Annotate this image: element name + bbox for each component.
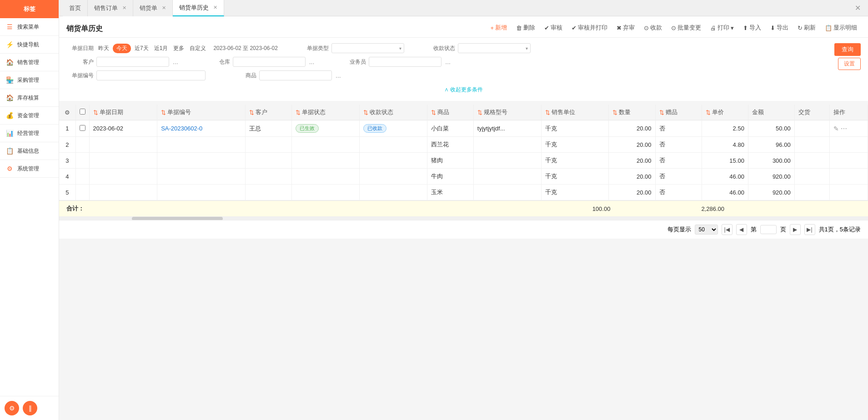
new-button[interactable]: + 新增	[487, 22, 511, 34]
next-page-button[interactable]: ▶	[790, 224, 801, 235]
sidebar-item-purchase[interactable]: 🏪 采购管理	[0, 71, 59, 89]
sidebar-collapse-button[interactable]: ‖	[23, 401, 37, 415]
discard-icon: ✖	[617, 25, 622, 31]
date-btn-today[interactable]: 今天	[113, 44, 131, 53]
gift-cell: 否	[655, 153, 702, 169]
date-btn-1month[interactable]: 近1月	[152, 44, 170, 53]
salesperson-dots[interactable]: ...	[444, 58, 452, 65]
footer-label: 合计：	[66, 205, 94, 213]
doc-date-cell	[89, 153, 157, 169]
transaction-cell	[794, 153, 829, 169]
th-unit-price[interactable]: ⇅单价	[702, 105, 748, 120]
pagination: 每页显示 50 100 |◀ ◀ 第 1 页 ▶ ▶| 共1页，5条记录	[59, 220, 868, 239]
th-payment-status[interactable]: ⇅收款状态	[359, 105, 427, 120]
th-settings[interactable]: ⚙	[59, 105, 75, 120]
sidebar: 标签 ☰ 搜索菜单 ⚡ 快捷导航 🏠 销售管理 🏪 采购管理 🏠 库存核算 💰 …	[0, 0, 59, 420]
collect-button[interactable]: ⊙ 收款	[640, 22, 666, 34]
operations-icon: 📊	[5, 129, 14, 137]
show-detail-button[interactable]: 📋 显示明细	[821, 22, 861, 34]
th-quantity[interactable]: ⇅数量	[609, 105, 655, 120]
first-page-button[interactable]: |◀	[722, 224, 733, 235]
date-btn-yesterday[interactable]: 昨天	[96, 44, 111, 53]
discard-button[interactable]: ✖ 弃审	[613, 22, 638, 34]
sidebar-item-operations[interactable]: 📊 经营管理	[0, 125, 59, 142]
close-sales-delivery-icon[interactable]: ✕	[162, 5, 166, 11]
sort-icon: ⇅	[706, 109, 711, 116]
horizontal-scrollbar[interactable]	[59, 216, 868, 220]
import-button[interactable]: ⬆ 导入	[739, 22, 765, 34]
action-cell	[829, 185, 868, 200]
doc-no-input[interactable]	[96, 70, 206, 80]
doc-no-link[interactable]: SA-20230602-0	[161, 125, 202, 132]
delete-button[interactable]: 🗑 删除	[512, 22, 539, 34]
customer-filter: 客户 ...	[66, 57, 179, 67]
review-print-icon: ✔	[572, 25, 577, 31]
edit-icon[interactable]: ✎	[833, 125, 839, 132]
print-button[interactable]: 🖨 打印 ▾	[707, 22, 738, 34]
prev-page-button[interactable]: ◀	[736, 224, 747, 235]
salesperson-input[interactable]	[369, 57, 442, 67]
date-btn-7days[interactable]: 近7天	[133, 44, 151, 53]
per-page-select[interactable]: 50 100	[695, 225, 718, 235]
header-row: 销货单历史 + 新增 🗑 删除 ✔ 审核 ✔ 审核并打印	[59, 16, 868, 37]
page-number-input[interactable]: 1	[760, 225, 777, 234]
select-all-checkbox[interactable]	[80, 109, 85, 115]
warehouse-dots[interactable]: ...	[308, 58, 316, 65]
payment-status-select[interactable]	[458, 43, 531, 53]
th-checkbox[interactable]	[75, 105, 89, 120]
warehouse-input[interactable]	[233, 57, 306, 67]
query-button[interactable]: 查询	[834, 43, 861, 56]
set-button[interactable]: 设置	[838, 58, 861, 70]
sidebar-item-search-menu[interactable]: ☰ 搜索菜单	[0, 18, 59, 36]
sidebar-item-label: 基础信息	[17, 147, 39, 155]
customer-input[interactable]	[96, 57, 169, 67]
goods-input[interactable]	[259, 70, 332, 80]
goods-dots[interactable]: ...	[335, 72, 342, 79]
tab-sales-delivery[interactable]: 销货单 ✕	[133, 0, 173, 16]
sidebar-item-basic-info[interactable]: 📋 基础信息	[0, 142, 59, 160]
doc-type-select[interactable]	[331, 43, 404, 53]
sidebar-item-sales[interactable]: 🏠 销售管理	[0, 54, 59, 71]
export-button[interactable]: ⬇ 导出	[767, 22, 792, 34]
th-goods[interactable]: ⇅商品	[427, 105, 473, 120]
sidebar-item-system[interactable]: ⚙ 系统管理	[0, 160, 59, 178]
sidebar-item-inventory[interactable]: 🏠 库存核算	[0, 89, 59, 107]
refresh-button[interactable]: ↻ 刷新	[794, 22, 819, 34]
th-doc-status[interactable]: ⇅单据状态	[292, 105, 360, 120]
last-page-button[interactable]: ▶|	[804, 224, 815, 235]
content-area: 单据日期 昨天 今天 近7天 近1月 更多 自定义 2023-06-02 至 2…	[59, 38, 868, 420]
inventory-icon: 🏠	[5, 94, 14, 102]
date-btn-more[interactable]: 更多	[171, 44, 186, 53]
customer-dots[interactable]: ...	[172, 58, 179, 65]
th-spec[interactable]: ⇅规格型号	[473, 105, 541, 120]
scroll-thumb[interactable]	[132, 217, 223, 220]
filter-area: 单据日期 昨天 今天 近7天 近1月 更多 自定义 2023-06-02 至 2…	[59, 38, 868, 101]
th-unit[interactable]: ⇅销售单位	[541, 105, 609, 120]
date-buttons: 昨天 今天 近7天 近1月 更多 自定义	[96, 44, 208, 53]
date-btn-custom[interactable]: 自定义	[188, 44, 208, 53]
filter-row-3: 单据编号 商品 ...	[66, 70, 806, 80]
more-icon[interactable]: ⋯	[841, 125, 847, 132]
sidebar-settings-button[interactable]: ⚙	[5, 401, 19, 415]
th-doc-no[interactable]: ⇅单据编号	[157, 105, 246, 120]
batch-change-button[interactable]: ⊙ 批量变更	[667, 22, 705, 34]
th-customer-label: 客户	[256, 108, 267, 116]
review-print-button[interactable]: ✔ 审核并打印	[568, 22, 611, 34]
customer-label: 客户	[66, 58, 94, 66]
tab-sales-order[interactable]: 销售订单 ✕	[88, 0, 133, 16]
collapse-more[interactable]: ∧ 收起更多条件	[66, 84, 861, 95]
tab-bar-close-all[interactable]: ✕	[851, 4, 864, 12]
th-gift[interactable]: ⇅赠品	[655, 105, 702, 120]
th-customer[interactable]: ⇅客户	[245, 105, 291, 120]
unit-price-cell: 4.80	[702, 137, 748, 153]
close-sales-order-icon[interactable]: ✕	[122, 5, 126, 11]
row-checkbox[interactable]	[80, 125, 85, 131]
amount-cell: 96.00	[748, 137, 794, 153]
tab-sales-history[interactable]: 销货单历史 ✕	[173, 0, 224, 16]
sidebar-item-quick-nav[interactable]: ⚡ 快捷导航	[0, 36, 59, 54]
tab-home[interactable]: 首页	[63, 0, 88, 16]
th-doc-date[interactable]: ⇅单据日期	[89, 105, 157, 120]
close-sales-history-icon[interactable]: ✕	[213, 5, 217, 10]
sidebar-item-finance[interactable]: 💰 资金管理	[0, 107, 59, 125]
review-button[interactable]: ✔ 审核	[541, 22, 566, 34]
